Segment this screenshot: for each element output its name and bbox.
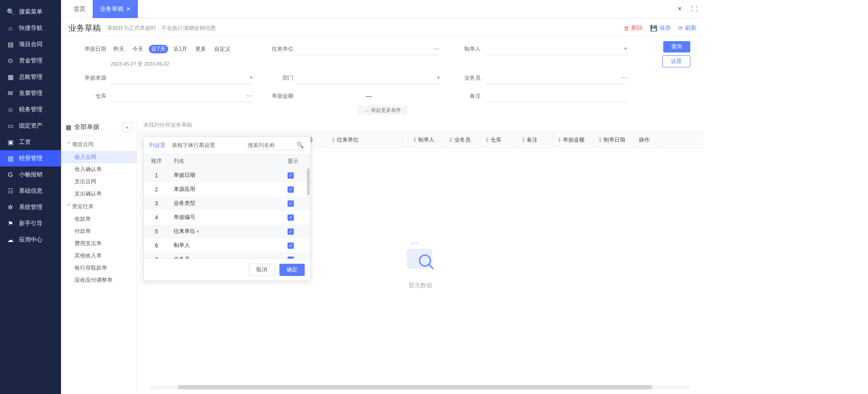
tree-group[interactable]: ˅资金往来 (61, 200, 137, 213)
popover-tab-columns[interactable]: 列设置 (149, 142, 165, 149)
table-column-header[interactable]: ▲▼业务员 (444, 132, 481, 147)
sidebar-item[interactable]: ✉发票管理 (0, 85, 61, 101)
visibility-checkbox[interactable]: ✓ (288, 228, 294, 235)
menu-icon: ▥ (6, 155, 14, 162)
filter-operator[interactable]: 业务员 ··· (449, 70, 627, 85)
tab[interactable]: 业务草稿✕ (93, 0, 138, 18)
tree-leaf[interactable]: 应收应付调整单 (61, 274, 137, 286)
sidebar-item[interactable]: ▥经营管理 (0, 150, 61, 166)
tree-leaf[interactable]: 收入合同 (61, 151, 137, 163)
date-option[interactable]: 昨天 (111, 45, 127, 53)
table-column-header[interactable]: ▲▼往来单位 (327, 132, 408, 147)
date-option[interactable]: 近1月 (171, 45, 190, 53)
delete-button[interactable]: 🗑删除 (623, 24, 643, 32)
filter-remark[interactable]: 备注 (449, 88, 627, 104)
row-name: 制单人 (169, 238, 283, 252)
table-column-header[interactable]: ▲▼备注 (517, 132, 553, 147)
column-search-input[interactable] (246, 141, 305, 150)
sidebar-item[interactable]: ▦总账管理 (0, 69, 61, 85)
column-config-row[interactable]: 7 业务员 ▾ ✓ (144, 252, 310, 259)
visibility-checkbox[interactable]: ✓ (288, 186, 294, 193)
sidebar-item[interactable]: ✲系统管理 (0, 199, 61, 215)
column-config-row[interactable]: 6 制单人 ✓ (144, 238, 310, 252)
date-option[interactable]: 更多 (193, 45, 209, 53)
sidebar-item[interactable]: ▣工资 (0, 134, 61, 150)
tree-leaf[interactable]: 费用支出单 (61, 237, 137, 250)
filter-source[interactable]: 单据来源 ▾ (75, 70, 253, 85)
table-column-header[interactable]: ▲▼仓库 (481, 132, 517, 147)
close-icon[interactable]: ✕ (674, 4, 685, 14)
filter-warehouse[interactable]: 仓库 ··· (75, 88, 253, 104)
refresh-icon: ⟳ (678, 25, 683, 32)
popover-tab-font[interactable]: 表格字体行高设置 (172, 142, 215, 149)
main: 首页业务草稿✕ ✕ ⛶ 业务草稿 草稿转为正式单据时，不会执行满赠促销优惠 🗑删… (61, 0, 704, 394)
refresh-button[interactable]: ⟳刷新 (678, 24, 697, 32)
row-name: 单据日期 (169, 168, 283, 182)
row-order: 7 (144, 253, 169, 259)
query-button[interactable]: 查询 (663, 41, 690, 52)
trash-icon: 🗑 (623, 25, 629, 32)
sidebar-search[interactable]: 🔍 搜索菜单 (0, 4, 61, 20)
tree-leaf[interactable]: 收款单 (61, 213, 137, 225)
left-panel-title: 全部单据 (74, 123, 99, 131)
empty-text: 暂无数据 (409, 281, 432, 290)
date-option[interactable]: 今天 (130, 45, 146, 53)
visibility-checkbox[interactable]: ✓ (288, 242, 294, 249)
collapse-filters-button[interactable]: ︿ 收起更多条件 (358, 105, 407, 115)
chevron-down-icon: ˅ (67, 142, 70, 148)
sidebar-item[interactable]: ☺税务管理 (0, 101, 61, 118)
sidebar-item[interactable]: G小畅报销 (0, 166, 61, 183)
date-option[interactable]: 近7天 (149, 45, 168, 53)
column-config-row[interactable]: 1 单据日期 ✓ (144, 168, 310, 182)
more-icon: ··· (246, 92, 253, 99)
table-column-header[interactable]: 操作 (634, 132, 661, 147)
tree-leaf[interactable]: 收入确认单 (61, 163, 137, 176)
visibility-checkbox[interactable]: ✓ (288, 172, 294, 179)
table-column-header[interactable]: ▲▼制单日期 (594, 132, 634, 147)
panel-collapse-button[interactable]: « (122, 122, 132, 132)
visibility-checkbox[interactable]: ✓ (288, 214, 294, 221)
tabs-bar: 首页业务草稿✕ ✕ ⛶ (61, 0, 704, 18)
popover-scrollbar[interactable] (307, 168, 310, 195)
sidebar-item[interactable]: ☷基础信息 (0, 183, 61, 199)
visibility-checkbox[interactable]: ✓ (288, 256, 294, 259)
tree-leaf[interactable]: 支出确认单 (61, 188, 137, 200)
table-area: 未找到任何业务草稿 ⚙▲▼单据日期▲▼来源应用▲▼业务类型▲▼单据编号▲▼往来单… (137, 119, 704, 394)
tab-close-icon[interactable]: ✕ (126, 6, 131, 12)
date-option[interactable]: 自定义 (212, 45, 233, 53)
cancel-button[interactable]: 取消 (249, 264, 275, 276)
tree-leaf[interactable]: 支出合同 (61, 176, 137, 188)
table-column-header[interactable]: ▲▼制单人 (408, 132, 444, 147)
sidebar-search-label: 搜索菜单 (19, 8, 42, 16)
column-config-row[interactable]: 2 来源应用 ✓ (144, 182, 310, 196)
fullscreen-icon[interactable]: ⛶ (689, 4, 699, 14)
tree-leaf[interactable]: 银行存取款单 (61, 262, 137, 274)
visibility-checkbox[interactable]: ✓ (288, 200, 294, 207)
filter-creator[interactable]: 制单人 ▾ (449, 41, 627, 57)
sidebar-item[interactable]: ▭固定资产 (0, 118, 61, 134)
save-button[interactable]: 💾保存 (650, 24, 671, 32)
chevron-down-icon: ▾ (250, 75, 253, 81)
sidebar-item[interactable]: ⚑新手引导 (0, 215, 61, 232)
tree-leaf[interactable]: 其他收入单 (61, 250, 137, 262)
column-config-row[interactable]: 3 业务类型 ✓ (144, 196, 310, 210)
column-config-row[interactable]: 5 往来单位 ▾ ✓ (144, 224, 310, 238)
filter-partner[interactable]: 往来单位 ··· (262, 41, 440, 57)
settings-button[interactable]: 设置 (662, 55, 690, 67)
sidebar-item[interactable]: ⊙资金管理 (0, 52, 61, 69)
tab[interactable]: 首页 (66, 0, 93, 18)
sidebar-item[interactable]: ▤项目合同 (0, 36, 61, 52)
sidebar-item[interactable]: ☁应用中心 (0, 232, 61, 248)
tree-group[interactable]: ˅项目合同 (61, 138, 137, 151)
filter-date: 单据日期 昨天今天近7天近1月更多自定义 (75, 41, 253, 57)
horizontal-scrollbar[interactable] (151, 385, 690, 389)
sidebar-item-label: 资金管理 (19, 57, 42, 65)
tree-leaf[interactable]: 付款单 (61, 225, 137, 237)
menu-icon: ⌂ (6, 24, 14, 32)
sidebar-item-label: 小畅报销 (19, 171, 42, 179)
filter-dept[interactable]: 部门 ▾ (262, 70, 440, 85)
confirm-button[interactable]: 确定 (279, 264, 305, 276)
table-column-header[interactable]: ▲▼单据金额 (553, 132, 594, 147)
column-config-row[interactable]: 4 单据编号 ✓ (144, 210, 310, 224)
sidebar-item[interactable]: ⌂快捷导航 (0, 20, 61, 36)
